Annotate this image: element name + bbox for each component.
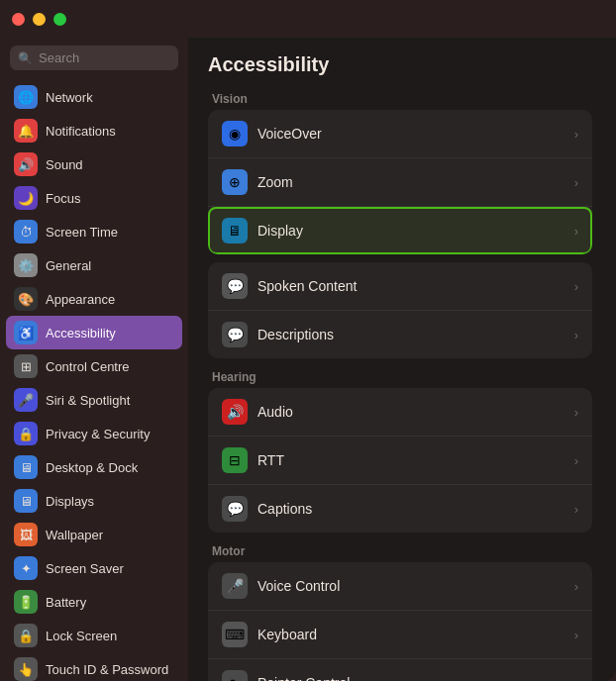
sidebar-label-screentime: Screen Time bbox=[46, 225, 118, 240]
chevron-icon-audio: › bbox=[574, 405, 578, 420]
page-title: Accessibility bbox=[208, 53, 592, 76]
sidebar-item-siri[interactable]: 🎤Siri & Spotlight bbox=[6, 383, 182, 417]
sidebar-label-lockscreen: Lock Screen bbox=[46, 629, 117, 643]
chevron-icon-voicecontrol: › bbox=[574, 579, 578, 594]
sidebar-icon-network: 🌐 bbox=[14, 85, 38, 109]
item-icon-descriptions: 💬 bbox=[222, 322, 248, 347]
list-item-rtt[interactable]: ⊟RTT› bbox=[208, 437, 592, 485]
section-header-motor: Motor bbox=[208, 544, 592, 558]
sidebar-item-lockscreen[interactable]: 🔒Lock Screen bbox=[6, 619, 182, 652]
sidebar-icon-screentime: ⏱ bbox=[14, 220, 38, 243]
list-item-captions[interactable]: 💬Captions› bbox=[208, 485, 592, 533]
item-label-keyboard: Keyboard bbox=[257, 627, 574, 642]
sidebar-item-accessibility[interactable]: ♿Accessibility bbox=[6, 316, 182, 349]
sidebar-item-focus[interactable]: 🌙Focus bbox=[6, 181, 182, 215]
item-icon-rtt: ⊟ bbox=[222, 447, 248, 473]
sidebar-item-sound[interactable]: 🔊Sound bbox=[6, 147, 182, 181]
item-label-voiceover: VoiceOver bbox=[257, 126, 574, 142]
sidebar-item-wallpaper[interactable]: 🖼Wallpaper bbox=[6, 518, 182, 551]
content-inner: Accessibility Vision◉VoiceOver›⊕Zoom›🖥Di… bbox=[188, 38, 612, 681]
items-list-vision: ◉VoiceOver›⊕Zoom›🖥Display› bbox=[208, 110, 592, 254]
sidebar-items-list: 🌐Network🔔Notifications🔊Sound🌙Focus⏱Scree… bbox=[0, 80, 188, 681]
item-label-voicecontrol: Voice Control bbox=[257, 578, 574, 594]
list-item-display[interactable]: 🖥Display› bbox=[208, 207, 592, 254]
sidebar-label-screensaver: Screen Saver bbox=[46, 561, 124, 576]
list-item-spoken[interactable]: 💬Spoken Content› bbox=[208, 262, 592, 311]
sidebar-item-general[interactable]: ⚙️General bbox=[6, 248, 182, 282]
item-label-spoken: Spoken Content bbox=[257, 278, 574, 294]
item-label-rtt: RTT bbox=[257, 452, 574, 468]
sidebar: 🔍 Search 🌐Network🔔Notifications🔊Sound🌙Fo… bbox=[0, 0, 188, 681]
item-icon-captions: 💬 bbox=[222, 496, 248, 522]
item-label-captions: Captions bbox=[257, 501, 574, 517]
sidebar-item-notifications[interactable]: 🔔Notifications bbox=[6, 114, 182, 147]
chevron-icon-pointercontrol: › bbox=[574, 676, 578, 682]
list-item-zoom[interactable]: ⊕Zoom› bbox=[208, 158, 592, 207]
sidebar-item-privacy[interactable]: 🔒Privacy & Security bbox=[6, 417, 182, 450]
sidebar-icon-battery: 🔋 bbox=[14, 590, 38, 614]
sidebar-item-battery[interactable]: 🔋Battery bbox=[6, 585, 182, 619]
sidebar-label-desktop: Desktop & Dock bbox=[46, 460, 138, 475]
sidebar-item-touchid[interactable]: 👆Touch ID & Password bbox=[6, 652, 182, 681]
main-content: Accessibility Vision◉VoiceOver›⊕Zoom›🖥Di… bbox=[188, 0, 616, 681]
sidebar-label-general: General bbox=[46, 258, 91, 273]
sidebar-icon-siri: 🎤 bbox=[14, 388, 38, 412]
sidebar-label-controlcentre: Control Centre bbox=[46, 359, 130, 374]
sidebar-item-desktop[interactable]: 🖥Desktop & Dock bbox=[6, 450, 182, 484]
sidebar-icon-sound: 🔊 bbox=[14, 152, 38, 176]
sidebar-icon-appearance: 🎨 bbox=[14, 287, 38, 311]
sidebar-label-sound: Sound bbox=[46, 157, 83, 172]
chevron-icon-display: › bbox=[574, 224, 578, 239]
list-item-keyboard[interactable]: ⌨Keyboard› bbox=[208, 611, 592, 659]
list-item-audio[interactable]: 🔊Audio› bbox=[208, 388, 592, 437]
search-icon: 🔍 bbox=[18, 51, 33, 65]
item-icon-audio: 🔊 bbox=[222, 399, 248, 425]
sidebar-label-touchid: Touch ID & Password bbox=[46, 662, 168, 677]
sidebar-label-appearance: Appearance bbox=[46, 292, 115, 307]
sidebar-item-screensaver[interactable]: ✦Screen Saver bbox=[6, 551, 182, 585]
sidebar-label-battery: Battery bbox=[46, 595, 86, 610]
list-item-pointercontrol[interactable]: ↖Pointer Control› bbox=[208, 659, 592, 681]
item-label-display: Display bbox=[257, 223, 574, 239]
sidebar-icon-touchid: 👆 bbox=[14, 657, 38, 681]
sidebar-item-network[interactable]: 🌐Network bbox=[6, 80, 182, 114]
section-header-hearing: Hearing bbox=[208, 370, 592, 384]
item-icon-spoken: 💬 bbox=[222, 273, 248, 299]
sidebar-icon-screensaver: ✦ bbox=[14, 556, 38, 580]
sidebar-label-accessibility: Accessibility bbox=[46, 326, 116, 340]
item-icon-zoom: ⊕ bbox=[222, 169, 248, 195]
items-list-vision2: 💬Spoken Content›💬Descriptions› bbox=[208, 262, 592, 358]
list-item-voicecontrol[interactable]: 🎤Voice Control› bbox=[208, 562, 592, 611]
sidebar-icon-privacy: 🔒 bbox=[14, 422, 38, 445]
maximize-button[interactable] bbox=[53, 13, 66, 26]
search-box[interactable]: 🔍 Search bbox=[10, 46, 178, 70]
chevron-icon-captions: › bbox=[574, 502, 578, 517]
chevron-icon-descriptions: › bbox=[574, 328, 578, 342]
sidebar-label-wallpaper: Wallpaper bbox=[46, 528, 103, 542]
sidebar-item-screentime[interactable]: ⏱Screen Time bbox=[6, 215, 182, 248]
sidebar-item-displays[interactable]: 🖥Displays bbox=[6, 484, 182, 518]
list-item-voiceover[interactable]: ◉VoiceOver› bbox=[208, 110, 592, 158]
sidebar-label-displays: Displays bbox=[46, 494, 94, 509]
item-icon-keyboard: ⌨ bbox=[222, 622, 248, 647]
chevron-icon-keyboard: › bbox=[574, 628, 578, 642]
sidebar-item-appearance[interactable]: 🎨Appearance bbox=[6, 282, 182, 316]
sidebar-icon-lockscreen: 🔒 bbox=[14, 624, 38, 647]
sidebar-label-privacy: Privacy & Security bbox=[46, 427, 150, 441]
sidebar-label-network: Network bbox=[46, 90, 93, 105]
item-label-audio: Audio bbox=[257, 404, 574, 420]
items-list-hearing: 🔊Audio›⊟RTT›💬Captions› bbox=[208, 388, 592, 533]
item-label-descriptions: Descriptions bbox=[257, 327, 574, 342]
sidebar-icon-focus: 🌙 bbox=[14, 186, 38, 210]
sidebar-item-controlcentre[interactable]: ⊞Control Centre bbox=[6, 349, 182, 383]
minimize-button[interactable] bbox=[33, 13, 46, 26]
list-item-descriptions[interactable]: 💬Descriptions› bbox=[208, 311, 592, 358]
chevron-icon-zoom: › bbox=[574, 175, 578, 190]
item-icon-voicecontrol: 🎤 bbox=[222, 573, 248, 599]
sidebar-icon-displays: 🖥 bbox=[14, 489, 38, 513]
close-button[interactable] bbox=[12, 13, 25, 26]
items-list-motor: 🎤Voice Control›⌨Keyboard›↖Pointer Contro… bbox=[208, 562, 592, 681]
item-icon-pointercontrol: ↖ bbox=[222, 670, 248, 681]
sidebar-icon-wallpaper: 🖼 bbox=[14, 523, 38, 546]
sidebar-label-notifications: Notifications bbox=[46, 124, 116, 139]
